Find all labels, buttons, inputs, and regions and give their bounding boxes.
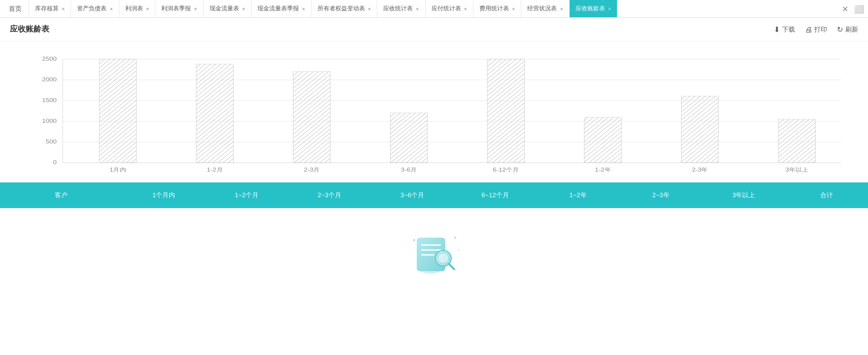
th-3-6month: 3~6个月 [371, 191, 454, 200]
svg-text:1月内: 1月内 [109, 167, 126, 173]
bar-1月内 [99, 59, 136, 163]
tab-cashflow-close[interactable]: × [242, 6, 245, 12]
svg-text:2000: 2000 [42, 76, 57, 83]
tab-profit-quarterly-close[interactable]: × [194, 6, 197, 12]
bar-2-3年 [682, 96, 719, 163]
empty-state-icon [407, 228, 461, 277]
tab-cashflow-quarterly-close[interactable]: × [302, 6, 305, 12]
tab-equity[interactable]: 所有者权益变动表 × [312, 0, 377, 18]
print-button[interactable]: 🖨 打印 [805, 25, 827, 34]
svg-text:1-2月: 1-2月 [207, 167, 222, 173]
svg-point-33 [458, 249, 460, 251]
table-header: 客户 1个月内 1~2个月 2~3个月 3~6个月 6~12个月 1~2年 2~… [0, 182, 868, 208]
bar-3-6月 [390, 113, 427, 163]
th-1month: 1个月内 [122, 191, 205, 200]
tab-operation[interactable]: 经营状况表 × [521, 0, 569, 18]
page-header: 应收账龄表 ⬇ 下载 🖨 打印 ↻ 刷新 [0, 18, 868, 41]
svg-text:1500: 1500 [42, 97, 57, 104]
refresh-button[interactable]: ↻ 刷新 [837, 25, 858, 34]
svg-text:6-12个月: 6-12个月 [493, 167, 519, 173]
tab-inventory-close[interactable]: × [62, 6, 65, 12]
th-2-3month: 2~3个月 [288, 191, 371, 200]
print-icon: 🖨 [805, 25, 812, 34]
page-wrapper: 应收账龄表 ⬇ 下载 🖨 打印 ↻ 刷新 [0, 18, 868, 355]
page-actions: ⬇ 下载 🖨 打印 ↻ 刷新 [774, 25, 858, 34]
tab-cashflow[interactable]: 现金流量表 × [204, 0, 252, 18]
bar-1-2月 [196, 64, 233, 163]
tab-ar-stat[interactable]: 应收统计表 × [377, 0, 425, 18]
window-maximize-button[interactable]: ⬜ [854, 4, 864, 14]
svg-text:3年以上: 3年以上 [785, 167, 808, 173]
window-controls: ✕ ⬜ [842, 0, 864, 18]
svg-text:2500: 2500 [42, 56, 57, 62]
th-3year-plus: 3年以上 [702, 191, 785, 200]
tab-balance-close[interactable]: × [109, 6, 112, 12]
svg-point-29 [438, 253, 449, 264]
svg-text:1-2年: 1-2年 [595, 167, 611, 173]
tab-ar-aging-close[interactable]: × [608, 6, 611, 12]
svg-line-30 [449, 264, 454, 269]
th-1-2month: 1~2个月 [205, 191, 288, 200]
chart-area: 0 500 1000 1500 2000 2500 [0, 41, 868, 182]
svg-text:2-3月: 2-3月 [304, 167, 320, 173]
tab-balance[interactable]: 资产负债表 × [71, 0, 119, 18]
bar-2-3月 [293, 71, 330, 163]
page-title: 应收账龄表 [10, 24, 49, 35]
svg-text:0: 0 [53, 159, 57, 166]
tab-ap-stat[interactable]: 应付统计表 × [426, 0, 473, 18]
download-button[interactable]: ⬇ 下载 [774, 25, 795, 34]
tab-ap-stat-close[interactable]: × [464, 6, 467, 12]
tab-ar-stat-close[interactable]: × [416, 6, 419, 12]
svg-text:2-3年: 2-3年 [692, 167, 708, 173]
empty-state [407, 218, 461, 277]
th-customer: 客户 [0, 191, 122, 200]
th-total: 合计 [785, 191, 868, 200]
tab-home[interactable]: 首页 [2, 0, 29, 18]
svg-text:500: 500 [46, 139, 57, 145]
tab-inventory[interactable]: 库存核算 × [29, 0, 71, 18]
bar-3年以上 [778, 119, 815, 163]
th-1-2year: 1~2年 [537, 191, 619, 200]
th-6-12month: 6~12个月 [454, 191, 537, 200]
bar-chart: 0 500 1000 1500 2000 2500 [15, 49, 853, 178]
download-icon: ⬇ [774, 25, 780, 34]
bar-1-2年 [584, 117, 621, 163]
refresh-icon: ↻ [837, 25, 843, 34]
svg-text:3-6月: 3-6月 [401, 167, 417, 173]
svg-text:1000: 1000 [42, 118, 57, 124]
svg-point-32 [454, 237, 456, 239]
table-body [0, 208, 868, 355]
tab-operation-close[interactable]: × [560, 6, 563, 12]
tab-profit[interactable]: 利润表 × [119, 0, 155, 18]
bar-6-12月 [487, 59, 524, 163]
tab-expense-stat[interactable]: 费用统计表 × [473, 0, 521, 18]
tab-profit-quarterly[interactable]: 利润表季报 × [155, 0, 203, 18]
tab-cashflow-quarterly[interactable]: 现金流量表季报 × [252, 0, 311, 18]
svg-point-31 [413, 239, 415, 241]
tab-expense-stat-close[interactable]: × [512, 6, 515, 12]
tab-bar: 首页 库存核算 × 资产负债表 × 利润表 × 利润表季报 × 现金流量表 × … [0, 0, 868, 18]
tab-ar-aging[interactable]: 应收账龄表 × [570, 0, 617, 18]
tab-profit-close[interactable]: × [146, 6, 149, 12]
window-close-button[interactable]: ✕ [842, 4, 848, 14]
tab-equity-close[interactable]: × [368, 6, 371, 12]
th-2-3year: 2~3年 [619, 191, 702, 200]
